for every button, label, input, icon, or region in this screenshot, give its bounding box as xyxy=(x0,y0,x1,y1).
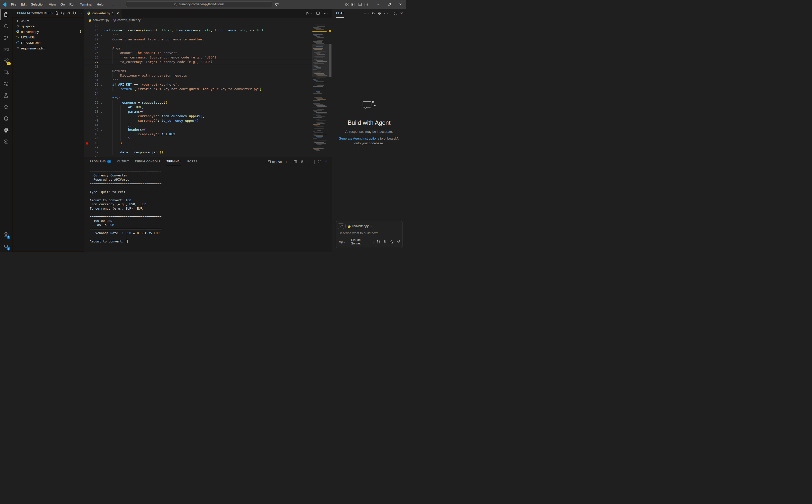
code-line[interactable]: 35⌄ try: xyxy=(84,96,312,100)
fold-chevron-icon[interactable]: ⌄ xyxy=(98,96,104,100)
menu-help[interactable]: Help xyxy=(94,0,106,9)
tools-icon[interactable] xyxy=(376,240,380,244)
activitybar-python[interactable] xyxy=(0,124,12,136)
activitybar-testing[interactable] xyxy=(0,90,12,101)
code-line[interactable]: 29 Returns: xyxy=(84,69,312,73)
toggle-panel-icon[interactable] xyxy=(358,3,362,7)
code-line[interactable]: 31 """ xyxy=(84,78,312,82)
breadcrumb[interactable]: converter.py › convert_currency xyxy=(84,18,332,23)
fold-chevron-icon[interactable]: ⌄ xyxy=(98,109,104,114)
activitybar-settings[interactable]: ⚙ 1 xyxy=(0,240,12,252)
menu-edit[interactable]: Edit xyxy=(19,0,29,9)
toggle-secondary-sidebar-icon[interactable] xyxy=(364,3,368,7)
chat-more-actions-icon[interactable]: ··· xyxy=(384,11,388,15)
fold-chevron-icon[interactable]: ⌄ xyxy=(98,28,104,33)
code-editor[interactable]: 1920⌄def convert_currency(amount: float,… xyxy=(84,23,332,157)
refresh-icon[interactable]: ↻ xyxy=(67,11,70,15)
activitybar-run-debug[interactable] xyxy=(0,43,12,55)
activitybar-containers[interactable] xyxy=(0,101,12,113)
menu-file[interactable]: File xyxy=(9,0,19,9)
code-line[interactable]: 47 data = response.json() xyxy=(84,150,312,155)
generate-agent-instructions-link[interactable]: Generate Agent Instructions xyxy=(339,137,379,140)
file-row[interactable]: LICENSE xyxy=(12,34,84,40)
model-picker[interactable]: Claude Sonne... ⌄ xyxy=(350,238,375,246)
forward-arrow-icon[interactable]: → xyxy=(118,2,122,7)
window-close-button[interactable]: ✕ xyxy=(395,0,406,9)
chat-input-box[interactable]: converter.py + Describe what to build ne… xyxy=(336,221,402,248)
code-line[interactable]: 43 'x-api-key': API_KEY xyxy=(84,132,312,137)
window-minimize-button[interactable]: – xyxy=(373,0,384,9)
breadcrumb-symbol[interactable]: convert_currency xyxy=(117,18,140,22)
code-line[interactable]: 44 } xyxy=(84,137,312,141)
command-center-search[interactable]: currency-converter-python-tutorial xyxy=(126,1,272,7)
file-row[interactable]: ›.venv xyxy=(12,18,84,23)
menu-terminal[interactable]: Terminal xyxy=(78,0,94,9)
code-line[interactable]: 21⌄ """ xyxy=(84,33,312,37)
activitybar-source-control[interactable] xyxy=(0,32,12,43)
editor-scrollbar[interactable] xyxy=(329,44,331,77)
code-line[interactable]: 46 xyxy=(84,146,312,150)
new-folder-icon[interactable] xyxy=(61,11,65,15)
file-row[interactable]: README.md xyxy=(12,40,84,45)
panel-tab-problems[interactable]: PROBLEMS1 xyxy=(90,157,111,166)
fold-chevron-icon[interactable]: ⌄ xyxy=(98,82,104,87)
context-chip-converter-py[interactable]: converter.py + xyxy=(345,224,374,229)
activitybar-github[interactable] xyxy=(0,136,12,147)
agent-mode-picker[interactable]: Ag... ⌄ xyxy=(338,239,349,244)
tab-close-icon[interactable]: ✕ xyxy=(116,12,119,15)
attach-context-button[interactable] xyxy=(338,223,344,229)
add-context-icon[interactable]: + xyxy=(370,224,372,228)
close-panel-icon[interactable]: ✕ xyxy=(325,160,327,163)
close-chat-icon[interactable]: ✕ xyxy=(400,11,403,15)
split-editor-icon[interactable] xyxy=(316,11,320,15)
copilot-menu-button[interactable]: ⌄ xyxy=(275,0,282,9)
panel-tab-output[interactable]: OUTPUT xyxy=(117,157,129,166)
activitybar-search[interactable] xyxy=(0,20,12,32)
terminal-output[interactable]: ====================================== C… xyxy=(84,166,332,252)
code-line[interactable]: 22 Convert an amount from one currency t… xyxy=(84,37,312,42)
cloud-delegate-icon[interactable] xyxy=(389,240,394,244)
code-line[interactable]: 19 xyxy=(84,24,312,28)
panel-tab-terminal[interactable]: TERMINAL xyxy=(166,157,181,166)
new-file-icon[interactable] xyxy=(55,11,59,15)
code-line[interactable]: 42⌄ headers={ xyxy=(84,128,312,132)
code-line[interactable]: 40 'currency2': to_currency.upper() xyxy=(84,118,312,123)
maximize-panel-icon[interactable] xyxy=(318,160,321,163)
code-line[interactable]: 38⌄ params={ xyxy=(84,109,312,114)
code-line[interactable]: 45 ) xyxy=(84,141,312,146)
maximize-chat-icon[interactable] xyxy=(394,12,397,15)
file-row[interactable]: requirements.txt xyxy=(12,45,84,51)
code-line[interactable]: 32⌄ if API_KEY == 'your-api-key-here': xyxy=(84,82,312,87)
toggle-primary-sidebar-icon[interactable] xyxy=(351,3,355,7)
more-actions-icon[interactable]: ··· xyxy=(78,11,82,15)
code-line[interactable]: 28 xyxy=(84,64,312,69)
code-line[interactable]: 48 xyxy=(84,155,312,157)
chat-tab[interactable]: CHAT xyxy=(336,9,344,18)
customize-layout-icon[interactable] xyxy=(345,3,349,7)
activitybar-remote-explorer[interactable] xyxy=(0,67,12,78)
activitybar-amazon-q[interactable] xyxy=(0,113,12,124)
panel-tab-debug-console[interactable]: DEBUG CONSOLE xyxy=(135,157,160,166)
file-row[interactable]: .gitignore xyxy=(12,23,84,29)
editor-more-actions-icon[interactable]: ··· xyxy=(324,11,328,15)
tab-converter-py[interactable]: converter.py 1 ✕ xyxy=(84,9,121,18)
terminal-shell-selector[interactable]: python xyxy=(267,160,282,163)
code-line[interactable]: 23 xyxy=(84,42,312,46)
kill-terminal-trash-icon[interactable] xyxy=(300,160,304,163)
code-line[interactable]: 36⌄ response = requests.get( xyxy=(84,100,312,105)
panel-more-actions-icon[interactable]: ··· xyxy=(307,160,311,163)
code-line[interactable]: 27 to_currency: Target currency code (e.… xyxy=(84,60,312,64)
activitybar-explorer[interactable] xyxy=(0,9,12,20)
code-line[interactable]: 20⌄def convert_currency(amount: float, f… xyxy=(84,28,312,33)
fold-chevron-icon[interactable]: ⌄ xyxy=(98,33,104,37)
fold-chevron-icon[interactable]: ⌄ xyxy=(98,100,104,105)
run-python-button[interactable]: ⌄ xyxy=(305,11,312,15)
menu-go[interactable]: Go xyxy=(58,0,67,9)
activitybar-accounts[interactable]: 1 xyxy=(0,229,12,240)
panel-tab-ports[interactable]: PORTS xyxy=(187,157,197,166)
run-dropdown-icon[interactable]: ⌄ xyxy=(310,12,312,15)
code-line[interactable]: 34 xyxy=(84,91,312,96)
code-line[interactable]: 25 amount: The amount to convert xyxy=(84,51,312,55)
fold-chevron-icon[interactable]: ⌄ xyxy=(98,128,104,132)
menu-run[interactable]: Run xyxy=(67,0,78,9)
